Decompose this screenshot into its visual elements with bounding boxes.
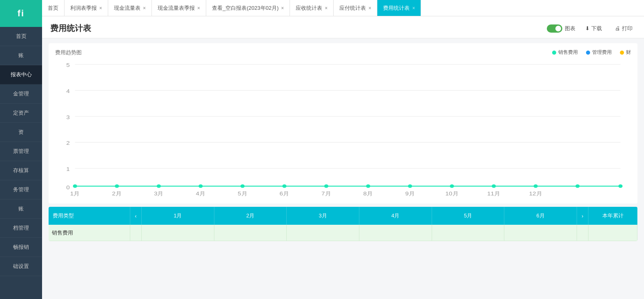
close-tab-cashflow-quarterly[interactable]: × bbox=[197, 5, 200, 11]
svg-point-21 bbox=[450, 184, 454, 188]
close-tab-blank-report[interactable]: × bbox=[281, 5, 284, 11]
th-arrow-right[interactable]: › bbox=[577, 207, 588, 225]
svg-text:4月: 4月 bbox=[196, 190, 205, 196]
td-type: 销售费用 bbox=[49, 225, 130, 241]
tab-payable[interactable]: 应付统计表 × bbox=[334, 0, 377, 16]
print-button[interactable]: 🖨 打印 bbox=[612, 23, 636, 34]
svg-text:5月: 5月 bbox=[238, 190, 247, 196]
svg-point-23 bbox=[534, 184, 538, 188]
sidebar-item-inventory[interactable]: 存核算 bbox=[0, 161, 42, 180]
tab-expense[interactable]: 费用统计表 × bbox=[377, 0, 421, 16]
sidebar-item-account[interactable]: 账 bbox=[0, 46, 42, 65]
td-m2 bbox=[214, 225, 287, 241]
th-type: 费用类型 bbox=[49, 207, 130, 225]
chart-toggle[interactable] bbox=[547, 24, 562, 33]
page-title: 费用统计表 bbox=[50, 23, 91, 34]
svg-text:3月: 3月 bbox=[154, 190, 164, 196]
th-month-5: 5月 bbox=[432, 207, 505, 225]
sidebar: fi 首页 账 报表中心 金管理 定资产 资 票管理 存核算 务管理 账 档管理… bbox=[0, 0, 42, 299]
svg-text:6月: 6月 bbox=[280, 190, 290, 196]
th-month-6: 6月 bbox=[504, 207, 577, 225]
page-content: 费用统计表 图表 ⬇ 下载 🖨 打印 费用趋势图 bbox=[42, 16, 644, 299]
svg-text:3: 3 bbox=[66, 114, 70, 120]
close-tab-expense[interactable]: × bbox=[412, 5, 415, 11]
print-icon: 🖨 bbox=[615, 25, 620, 31]
svg-point-15 bbox=[198, 184, 203, 188]
table-header: 费用类型 ‹ 1月 2月 3月 4月 5月 bbox=[49, 207, 637, 225]
tab-cashflow-quarterly[interactable]: 现金流量表季报 × bbox=[152, 0, 206, 16]
td-m6 bbox=[504, 225, 577, 241]
svg-point-20 bbox=[408, 184, 412, 188]
tab-receivable[interactable]: 应收统计表 × bbox=[290, 0, 334, 16]
td-m5 bbox=[432, 225, 505, 241]
chart-area: 5 4 3 2 1 0 bbox=[55, 59, 631, 198]
svg-text:2月: 2月 bbox=[112, 190, 122, 196]
svg-text:0: 0 bbox=[66, 184, 70, 190]
svg-text:1: 1 bbox=[66, 166, 70, 172]
td-arrow-left bbox=[130, 225, 142, 241]
svg-text:8月: 8月 bbox=[363, 190, 373, 196]
svg-text:2: 2 bbox=[66, 140, 70, 146]
th-total: 本年累计 bbox=[588, 207, 637, 225]
header-actions: 图表 ⬇ 下载 🖨 打印 bbox=[547, 23, 636, 34]
download-button[interactable]: ⬇ 下载 bbox=[582, 23, 605, 34]
td-arrow-right bbox=[577, 225, 588, 241]
svg-text:5: 5 bbox=[66, 62, 70, 68]
tab-bar: 首页 利润表季报 × 现金流量表 × 现金流量表季报 × 查看_空白报表(202… bbox=[42, 0, 644, 16]
sidebar-item-ledger[interactable]: 账 bbox=[0, 199, 42, 219]
tab-blank-report[interactable]: 查看_空白报表(2023年02月) × bbox=[206, 0, 290, 16]
legend-dot-admin bbox=[586, 51, 590, 55]
svg-point-17 bbox=[282, 184, 286, 188]
sidebar-item-settings[interactable]: 础设置 bbox=[0, 257, 42, 276]
svg-point-14 bbox=[157, 184, 161, 188]
svg-text:1月: 1月 bbox=[70, 190, 80, 196]
close-tab-payable[interactable]: × bbox=[368, 5, 371, 11]
svg-point-13 bbox=[115, 184, 119, 188]
th-arrow-left[interactable]: ‹ bbox=[130, 207, 142, 225]
sidebar-item-capital[interactable]: 资 bbox=[0, 123, 42, 142]
th-month-4: 4月 bbox=[359, 207, 432, 225]
chart-legend: 销售费用 管理费用 财 bbox=[552, 49, 631, 56]
th-month-1: 1月 bbox=[142, 207, 214, 225]
sidebar-item-tickets[interactable]: 票管理 bbox=[0, 142, 42, 161]
svg-text:11月: 11月 bbox=[487, 190, 500, 196]
sidebar-item-reports[interactable]: 报表中心 bbox=[0, 65, 42, 84]
sidebar-item-home[interactable]: 首页 bbox=[0, 27, 42, 46]
legend-sales: 销售费用 bbox=[552, 49, 578, 56]
sidebar-logo: fi bbox=[0, 0, 42, 27]
legend-admin: 管理费用 bbox=[586, 49, 612, 56]
line-chart-svg: 5 4 3 2 1 0 bbox=[55, 59, 631, 198]
svg-text:12月: 12月 bbox=[529, 190, 542, 196]
chart-toggle-label: 图表 bbox=[547, 24, 575, 33]
tab-home[interactable]: 首页 bbox=[42, 0, 65, 16]
td-m4 bbox=[359, 225, 432, 241]
sidebar-item-archives[interactable]: 档管理 bbox=[0, 219, 42, 238]
svg-point-24 bbox=[575, 184, 579, 188]
th-month-3: 3月 bbox=[287, 207, 359, 225]
svg-point-18 bbox=[324, 184, 328, 188]
td-m3 bbox=[287, 225, 359, 241]
main-content: 首页 利润表季报 × 现金流量表 × 现金流量表季报 × 查看_空白报表(202… bbox=[42, 0, 644, 299]
close-tab-cashflow[interactable]: × bbox=[143, 5, 146, 11]
svg-point-19 bbox=[366, 184, 370, 188]
close-tab-profit-quarterly[interactable]: × bbox=[99, 5, 102, 11]
sidebar-item-assets[interactable]: 定资产 bbox=[0, 104, 42, 123]
legend-dot-sales bbox=[552, 51, 556, 55]
tab-cashflow[interactable]: 现金流量表 × bbox=[108, 0, 152, 16]
chart-container: 费用趋势图 销售费用 管理费用 财 bbox=[49, 43, 637, 204]
sidebar-item-expense[interactable]: 畅报销 bbox=[0, 238, 42, 257]
svg-text:7月: 7月 bbox=[321, 190, 331, 196]
close-tab-receivable[interactable]: × bbox=[325, 5, 328, 11]
svg-text:10月: 10月 bbox=[445, 190, 458, 196]
sidebar-item-finance[interactable]: 金管理 bbox=[0, 84, 42, 104]
chart-title: 费用趋势图 bbox=[55, 49, 82, 56]
svg-text:9月: 9月 bbox=[405, 190, 415, 196]
tab-profit-quarterly[interactable]: 利润表季报 × bbox=[65, 0, 108, 16]
sidebar-item-services[interactable]: 务管理 bbox=[0, 180, 42, 199]
td-m1 bbox=[142, 225, 214, 241]
table-row: 销售费用 bbox=[49, 225, 637, 241]
th-month-2: 2月 bbox=[214, 207, 287, 225]
svg-point-22 bbox=[492, 184, 496, 188]
legend-finance: 财 bbox=[620, 49, 631, 56]
svg-point-16 bbox=[241, 184, 245, 188]
